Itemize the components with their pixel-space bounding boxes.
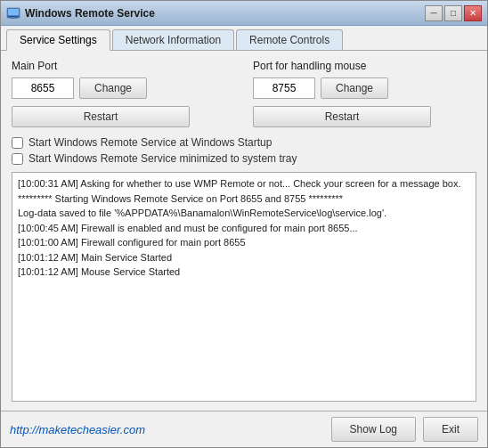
maximize-button[interactable]: □ xyxy=(444,5,462,21)
exit-button[interactable]: Exit xyxy=(423,417,478,442)
window-title: Windows Remote Service xyxy=(25,7,425,20)
startup-checkbox-item: Start Windows Remote Service at Windows … xyxy=(12,136,476,149)
footer-buttons: Show Log Exit xyxy=(331,417,478,442)
svg-rect-4 xyxy=(10,18,17,19)
title-bar: Windows Remote Service ─ □ ✕ xyxy=(1,1,487,26)
systray-checkbox-item: Start Windows Remote Service minimized t… xyxy=(12,152,476,165)
log-area: [10:00:31 AM] Asking for whether to use … xyxy=(12,172,476,402)
tab-bar: Service Settings Network Information Rem… xyxy=(1,26,487,51)
startup-checkbox[interactable] xyxy=(12,137,23,149)
main-port-change-button[interactable]: Change xyxy=(79,77,147,99)
mouse-restart-wrap: Restart xyxy=(253,106,476,127)
content-area: Main Port Change Port for handling mouse… xyxy=(1,51,487,411)
window-controls: ─ □ ✕ xyxy=(425,5,482,21)
log-line: [10:01:00 AM] Firewall configured for ma… xyxy=(18,235,470,250)
window-icon xyxy=(6,6,20,20)
svg-rect-3 xyxy=(12,17,15,19)
main-port-input[interactable] xyxy=(12,77,74,99)
startup-checkbox-label: Start Windows Remote Service at Windows … xyxy=(28,136,272,149)
main-port-controls: Change xyxy=(12,77,235,99)
show-log-button[interactable]: Show Log xyxy=(331,417,416,442)
footer: http://maketecheasier.com Show Log Exit xyxy=(1,411,487,447)
mouse-port-group: Port for handling mouse Change xyxy=(253,60,476,99)
main-restart-button[interactable]: Restart xyxy=(12,106,190,127)
footer-url: http://maketecheasier.com xyxy=(10,423,331,436)
log-line: [10:00:31 AM] Asking for whether to use … xyxy=(18,176,470,191)
main-port-label: Main Port xyxy=(12,60,235,72)
log-line: [10:00:45 AM] Firewall is enabled and mu… xyxy=(18,221,470,236)
minimize-button[interactable]: ─ xyxy=(425,5,443,21)
mouse-restart-button[interactable]: Restart xyxy=(253,106,431,127)
svg-rect-2 xyxy=(8,16,19,17)
tab-remote-controls[interactable]: Remote Controls xyxy=(236,29,343,50)
mouse-port-controls: Change xyxy=(253,77,476,99)
log-line: [10:01:12 AM] Main Service Started xyxy=(18,250,470,265)
port-row: Main Port Change Port for handling mouse… xyxy=(12,60,476,99)
tab-network-information[interactable]: Network Information xyxy=(112,29,234,50)
close-button[interactable]: ✕ xyxy=(464,5,482,21)
mouse-port-change-button[interactable]: Change xyxy=(321,77,388,99)
tab-service-settings[interactable]: Service Settings xyxy=(6,29,110,51)
checkboxes: Start Windows Remote Service at Windows … xyxy=(12,136,476,165)
restart-row: Restart Restart xyxy=(12,106,476,127)
log-line: Log-data saved to file '%APPDATA%\Banama… xyxy=(18,206,470,221)
main-restart-wrap: Restart xyxy=(12,106,235,127)
svg-rect-1 xyxy=(8,9,19,15)
main-port-group: Main Port Change xyxy=(12,60,235,99)
systray-checkbox-label: Start Windows Remote Service minimized t… xyxy=(28,152,297,165)
log-line: ********* Starting Windows Remote Servic… xyxy=(18,191,470,207)
main-window: Windows Remote Service ─ □ ✕ Service Set… xyxy=(0,0,488,448)
systray-checkbox[interactable] xyxy=(12,153,23,165)
mouse-port-label: Port for handling mouse xyxy=(253,60,476,72)
log-line: [10:01:12 AM] Mouse Service Started xyxy=(18,265,470,280)
mouse-port-input[interactable] xyxy=(253,77,315,99)
